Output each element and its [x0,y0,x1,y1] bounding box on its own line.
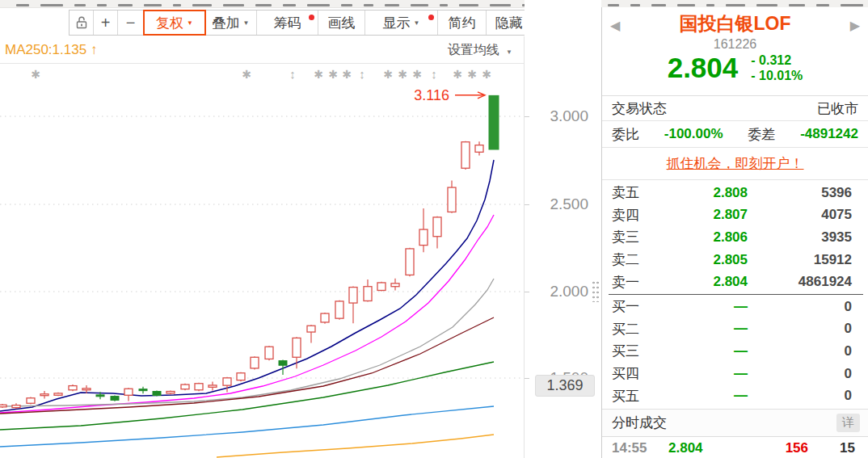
sell-level-row-1[interactable]: 卖五2.8085396 [602,182,868,204]
axis-tick-label: 2.500 [527,195,588,213]
level-label: 卖四 [602,206,664,225]
svg-text:✱: ✱ [482,68,491,81]
level-price: — [664,388,748,404]
svg-text:✱: ✱ [342,68,352,81]
level-label: 卖二 [602,250,664,269]
level-price: 2.804 [664,274,748,290]
level-volume: 0 [748,366,868,382]
buy-level-row-2[interactable]: 买二—0 [602,318,868,341]
sell-level-row-3[interactable]: 卖三2.8063935 [602,226,868,249]
level-price: — [664,321,748,337]
level-price: — [664,299,748,315]
price-axis: 1.5002.0002.5003.000 1.369 [525,0,601,458]
level-volume: 4861924 [748,274,868,290]
level-price: — [664,343,748,359]
level-volume: 0 [748,321,868,337]
level-label: 买二 [602,320,664,338]
svg-text:✱: ✱ [383,68,393,81]
weicha-label: 委差 [748,125,775,144]
toolbar-button-3[interactable]: 复权▼ [143,10,206,36]
level-volume: 4075 [748,207,868,223]
price-change: - 0.312 - 10.01% [751,53,803,83]
trade-status-row: 交易状态 已收市 [602,96,868,121]
buy-level-row-4[interactable]: 买四—0 [602,363,868,385]
sell-level-row-4[interactable]: 卖二2.80515912 [602,249,868,271]
trade-time: 14:55 [602,440,668,456]
quote-panel: ◀ ▶ 国投白银LOF 161226 2.804 - 0.312 - 10.01… [601,7,868,458]
next-stock-arrow[interactable]: ▶ [850,18,860,33]
level-price: 2.805 [664,252,748,268]
svg-text:✱: ✱ [412,68,422,81]
tape-title: 分时成交 [612,414,667,432]
level-volume: 3935 [748,229,868,246]
svg-text:↕: ↕ [359,67,365,81]
level-label: 卖五 [602,183,664,202]
level-price: 2.806 [664,229,748,246]
order-book: 卖五2.8085396卖四2.8074075卖三2.8063935卖二2.805… [602,180,868,410]
chevron-down-icon: ▼ [187,19,193,27]
weibi-row: 委比 -100.00% 委差 -4891242 [602,121,868,148]
stock-name: 国投白银LOF [602,7,868,36]
quote-header: ◀ ▶ 国投白银LOF 161226 2.804 - 0.312 - 10.01… [602,7,868,96]
svg-text:✱: ✱ [314,68,323,81]
candlestick-chart-canvas[interactable]: ✱✱↕✱✱✱↕✱✱✱↕✱✱✱3.116 [0,0,524,458]
axis-tick-label: 3.000 [527,107,588,125]
axis-tick-label: 2.000 [527,283,588,300]
tape-detail-button[interactable]: 详 [836,414,860,432]
tape-list: 14:552.80415615 [602,437,868,458]
level-label: 买四 [602,364,664,383]
level-label: 卖一 [602,273,664,292]
book-mid-divider [609,294,863,295]
svg-text:✱: ✱ [328,68,338,81]
trade-price: 2.804 [668,440,733,456]
level-volume: 0 [748,343,868,359]
svg-text:✱: ✱ [31,68,40,81]
buy-level-row-3[interactable]: 买三—0 [602,340,868,363]
buy-level-row-1[interactable]: 买一—0 [602,296,868,318]
weibi-label: 委比 [612,125,639,144]
level-volume: 15912 [748,252,868,268]
level-volume: 0 [748,388,868,404]
trade-count: 15 [808,440,868,456]
tape-header: 分时成交 详 [602,410,868,437]
level-price: 2.807 [664,207,748,223]
svg-text:✱: ✱ [467,68,477,81]
sell-level-row-5[interactable]: 卖一2.8044861924 [602,271,868,293]
stock-code: 161226 [602,37,868,52]
level-volume: 5396 [748,185,868,201]
svg-text:↕: ↕ [431,67,437,81]
status-label: 交易状态 [612,99,667,118]
level-volume: 0 [748,299,868,315]
tape-trade-row: 14:552.80415615 [602,437,868,458]
level-price: 2.808 [664,185,748,201]
svg-text:✱: ✱ [453,68,462,81]
svg-text:✱: ✱ [242,68,251,81]
promo-row: 抓住机会，即刻开户！ [602,148,868,180]
trade-volume: 156 [733,440,808,456]
panel-splitter-handle[interactable] [591,279,599,302]
weibi-value: -100.00% [664,126,723,142]
svg-text:↕: ↕ [289,67,296,81]
trading-app-window: { "colors": { "accent": "#f14c0c", "up_g… [0,0,868,458]
buy-level-row-5[interactable]: 买五—0 [602,384,868,407]
status-value: 已收市 [817,99,858,118]
svg-text:✱: ✱ [398,68,407,81]
level-label: 卖三 [602,228,664,246]
level-label: 买三 [602,342,664,360]
svg-text:3.116: 3.116 [414,87,449,103]
axis-price-badge: 1.369 [535,375,595,397]
last-price: 2.804 [668,52,739,84]
level-label: 买五 [602,387,664,405]
level-price: — [664,366,748,382]
sell-level-row-2[interactable]: 卖四2.8074075 [602,204,868,227]
open-account-link[interactable]: 抓住机会，即刻开户！ [667,154,804,173]
level-label: 买一 [602,297,664,316]
weicha-value: -4891242 [800,126,858,142]
prev-stock-arrow[interactable]: ◀ [610,18,620,33]
